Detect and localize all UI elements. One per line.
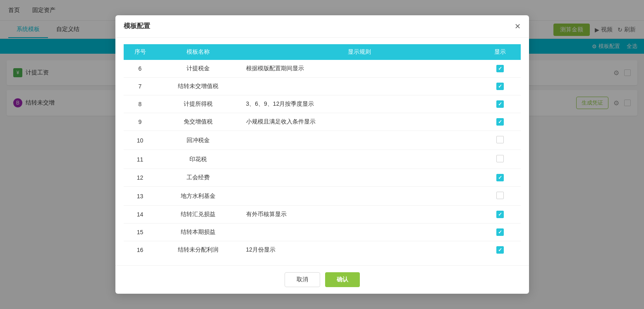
cell-check bbox=[479, 60, 521, 78]
cell-name: 结转未交增值税 bbox=[157, 78, 239, 95]
cell-name: 回冲税金 bbox=[157, 131, 239, 150]
cell-rule bbox=[239, 150, 479, 169]
cell-name: 计提所得税 bbox=[157, 95, 239, 113]
cell-name: 免交增值税 bbox=[157, 113, 239, 131]
col-header-rule: 显示规则 bbox=[239, 44, 479, 60]
modal-footer: 取消 确认 bbox=[115, 265, 529, 294]
cell-name: 结转汇兑损益 bbox=[157, 206, 239, 223]
cancel-button[interactable]: 取消 bbox=[285, 272, 320, 287]
cell-rule: 12月份显示 bbox=[239, 241, 479, 259]
row-checkbox-14[interactable] bbox=[496, 211, 504, 218]
cell-name: 地方水利基金 bbox=[157, 187, 239, 206]
cell-id: 9 bbox=[124, 113, 157, 131]
cell-check bbox=[479, 187, 521, 206]
modal-body: 序号 模板名称 显示规则 显示 6计提税金根据模版配置期间显示7结转未交增值税8… bbox=[115, 38, 529, 265]
table-header-row: 序号 模板名称 显示规则 显示 bbox=[124, 44, 521, 60]
cell-id: 14 bbox=[124, 206, 157, 223]
cell-id: 8 bbox=[124, 95, 157, 113]
modal-title: 模板配置 bbox=[124, 22, 150, 31]
table-row: 10回冲税金 bbox=[124, 131, 521, 150]
table-row: 7结转未交增值税 bbox=[124, 78, 521, 95]
cell-check bbox=[479, 150, 521, 169]
cell-name: 结转未分配利润 bbox=[157, 241, 239, 259]
row-checkbox-13[interactable] bbox=[496, 192, 504, 199]
row-checkbox-11[interactable] bbox=[496, 155, 504, 162]
cell-check bbox=[479, 241, 521, 259]
cell-rule bbox=[239, 187, 479, 206]
cell-rule: 3、6、9、12月按季度显示 bbox=[239, 95, 479, 113]
cell-id: 15 bbox=[124, 223, 157, 241]
cell-rule: 有外币核算显示 bbox=[239, 206, 479, 223]
table-row: 15结转本期损益 bbox=[124, 223, 521, 241]
row-checkbox-15[interactable] bbox=[496, 228, 504, 236]
cell-name: 印花税 bbox=[157, 150, 239, 169]
config-table: 序号 模板名称 显示规则 显示 6计提税金根据模版配置期间显示7结转未交增值税8… bbox=[124, 44, 521, 259]
cell-check bbox=[479, 131, 521, 150]
row-checkbox-8[interactable] bbox=[496, 100, 504, 108]
cell-check bbox=[479, 95, 521, 113]
cell-check bbox=[479, 113, 521, 131]
table-row: 8计提所得税3、6、9、12月按季度显示 bbox=[124, 95, 521, 113]
cell-id: 11 bbox=[124, 150, 157, 169]
modal-header: 模板配置 ✕ bbox=[115, 15, 529, 38]
table-row: 6计提税金根据模版配置期间显示 bbox=[124, 60, 521, 78]
cell-rule: 小规模且满足收入条件显示 bbox=[239, 113, 479, 131]
col-header-display: 显示 bbox=[479, 44, 521, 60]
row-checkbox-7[interactable] bbox=[496, 83, 504, 90]
cell-id: 10 bbox=[124, 131, 157, 150]
cell-id: 13 bbox=[124, 187, 157, 206]
cell-rule bbox=[239, 169, 479, 187]
row-checkbox-12[interactable] bbox=[496, 174, 504, 181]
modal-template-config: 模板配置 ✕ 序号 模板名称 显示规则 显示 6计提税金根据模版配置期间显示7结… bbox=[115, 15, 529, 294]
cell-name: 结转本期损益 bbox=[157, 223, 239, 241]
table-row: 16结转未分配利润12月份显示 bbox=[124, 241, 521, 259]
row-checkbox-10[interactable] bbox=[496, 136, 504, 143]
table-row: 11印花税 bbox=[124, 150, 521, 169]
cell-id: 7 bbox=[124, 78, 157, 95]
cell-rule bbox=[239, 131, 479, 150]
col-header-id: 序号 bbox=[124, 44, 157, 60]
cell-rule: 根据模版配置期间显示 bbox=[239, 60, 479, 78]
cell-id: 6 bbox=[124, 60, 157, 78]
cell-check bbox=[479, 223, 521, 241]
cell-check bbox=[479, 206, 521, 223]
table-row: 13地方水利基金 bbox=[124, 187, 521, 206]
confirm-button[interactable]: 确认 bbox=[325, 272, 360, 287]
modal-overlay: 模板配置 ✕ 序号 模板名称 显示规则 显示 6计提税金根据模版配置期间显示7结… bbox=[0, 0, 644, 309]
table-row: 12工会经费 bbox=[124, 169, 521, 187]
table-row: 14结转汇兑损益有外币核算显示 bbox=[124, 206, 521, 223]
cell-check bbox=[479, 78, 521, 95]
table-row: 9免交增值税小规模且满足收入条件显示 bbox=[124, 113, 521, 131]
cell-id: 12 bbox=[124, 169, 157, 187]
row-checkbox-9[interactable] bbox=[496, 118, 504, 126]
row-checkbox-6[interactable] bbox=[496, 65, 504, 72]
cell-rule bbox=[239, 223, 479, 241]
cell-name: 工会经费 bbox=[157, 169, 239, 187]
cell-check bbox=[479, 169, 521, 187]
cell-id: 16 bbox=[124, 241, 157, 259]
modal-close-button[interactable]: ✕ bbox=[515, 23, 521, 30]
cell-name: 计提税金 bbox=[157, 60, 239, 78]
row-checkbox-16[interactable] bbox=[496, 246, 504, 254]
col-header-name: 模板名称 bbox=[157, 44, 239, 60]
cell-rule bbox=[239, 78, 479, 95]
